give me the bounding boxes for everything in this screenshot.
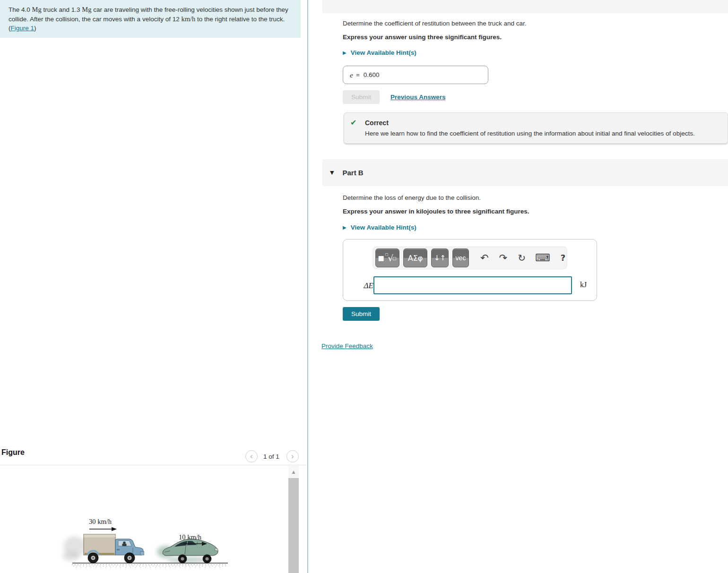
vector-button[interactable]: vec	[452, 248, 469, 267]
updown-arrows-button[interactable]: ↓↑	[431, 248, 449, 267]
part-a-question: Determine the coefficient of restitution…	[343, 20, 526, 27]
figure-next-button[interactable]: ›	[286, 450, 299, 462]
help-icon[interactable]: ?	[561, 254, 565, 262]
answer-variable: e	[350, 71, 353, 79]
problem-text: The 4.0	[9, 6, 32, 13]
part-b-answer-input[interactable]	[373, 276, 572, 294]
figure-prev-button[interactable]: ‹	[245, 450, 258, 462]
hints-label: View Available Hint(s)	[351, 224, 416, 231]
part-b-title: Part B	[342, 169, 363, 177]
part-b-header[interactable]: ▼ Part B	[322, 159, 728, 186]
correct-title: Correct	[365, 119, 389, 127]
equation-editor: ■□√□ ΑΣφ ↓↑ vec ↶ ↷ ↻ ⌨ ? ΔE = kJ	[343, 239, 597, 301]
figure-1-link[interactable]: Figure 1	[11, 25, 35, 32]
provide-feedback-link[interactable]: Provide Feedback	[321, 342, 373, 350]
scroll-up-arrow-icon[interactable]: ▲	[288, 467, 299, 477]
truck-speed-label: 30 km/h	[89, 518, 112, 525]
chevron-right-icon: ›	[291, 452, 295, 461]
unit-mg: Mg	[32, 6, 42, 13]
figure-heading: Figure	[1, 448, 25, 457]
part-b-instruction: Express your answer in kilojoules to thr…	[343, 208, 529, 215]
answer-value: 0.600	[364, 71, 380, 78]
part-b-submit-button[interactable]: Submit	[343, 307, 380, 321]
truck-illustration	[84, 534, 144, 563]
math-templates-button[interactable]: ■□√□	[375, 248, 399, 267]
page: The 4.0 Mg truck and 1.3 Mg car are trav…	[0, 0, 728, 573]
pane-divider	[307, 0, 308, 573]
previous-answers-link[interactable]: Previous Answers	[390, 94, 446, 101]
reset-icon[interactable]: ↻	[518, 253, 526, 263]
redo-icon[interactable]: ↷	[499, 253, 508, 263]
part-b-hints-link[interactable]: ▶ View Available Hint(s)	[343, 224, 416, 231]
part-a-header-bar	[322, 0, 728, 13]
radicand-box-icon: □	[392, 256, 397, 261]
figure-scrollbar-thumb[interactable]	[288, 478, 299, 573]
correct-description: Here we learn how to find the coefficien…	[365, 130, 695, 137]
correct-feedback-panel: ✔ Correct Here we learn how to find the …	[344, 112, 728, 144]
car-speed-label: 10 km/h	[179, 533, 202, 541]
figure-viewport: 30 km/h 10 km/h	[0, 465, 307, 573]
undo-icon[interactable]: ↶	[480, 253, 489, 263]
equals-sign: =	[356, 71, 360, 78]
figure-page-indicator: 1 of 1	[263, 453, 279, 460]
triangle-right-icon: ▶	[343, 50, 347, 55]
equation-toolbar: ■□√□ ΑΣφ ↓↑ vec ↶ ↷ ↻ ⌨ ?	[373, 247, 567, 269]
unit-label: kJ	[580, 281, 587, 289]
triangle-right-icon: ▶	[343, 225, 347, 230]
greek-symbols-button[interactable]: ΑΣφ	[403, 248, 427, 267]
unit-kmh: km/h	[181, 15, 195, 23]
triangle-down-icon: ▼	[330, 170, 334, 176]
checkmark-icon: ✔	[350, 118, 356, 127]
chevron-left-icon: ‹	[250, 452, 253, 461]
unit-mg: Mg	[82, 6, 91, 13]
part-a-hints-link[interactable]: ▶ View Available Hint(s)	[343, 49, 416, 56]
figure-image: 30 km/h 10 km/h	[0, 465, 288, 573]
truck-velocity-arrow	[89, 527, 117, 531]
part-a-submit-button: Submit	[343, 90, 380, 104]
part-a-instruction: Express your answer using three signific…	[343, 34, 502, 41]
filled-square-icon: ■	[378, 254, 384, 262]
problem-statement: The 4.0 Mg truck and 1.3 Mg car are trav…	[0, 0, 301, 38]
keyboard-icon[interactable]: ⌨	[535, 253, 550, 263]
part-a-answer-field[interactable]: e = 0.600	[343, 66, 488, 84]
part-b-question: Determine the loss of energy due to the …	[343, 194, 481, 201]
hints-label: View Available Hint(s)	[351, 49, 416, 56]
